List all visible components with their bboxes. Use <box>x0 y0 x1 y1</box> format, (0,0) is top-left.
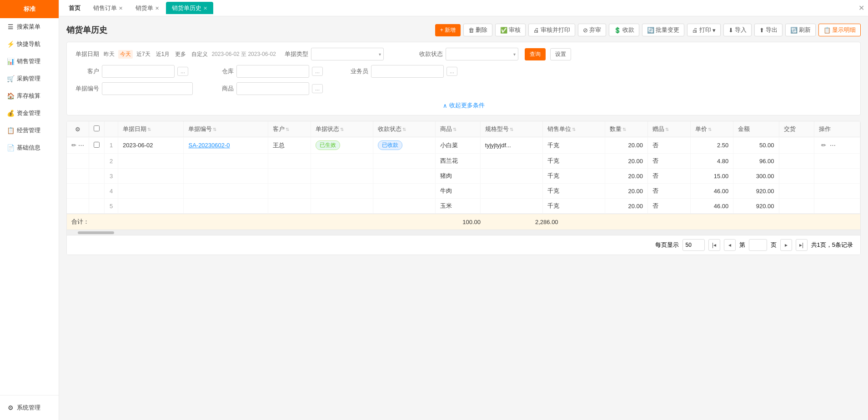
cell-checkbox[interactable] <box>89 154 105 169</box>
th-settings[interactable]: ⚙ <box>67 121 89 137</box>
cell-settings[interactable] <box>67 199 89 214</box>
shortcut-yesterday[interactable]: 昨天 <box>102 50 116 59</box>
th-unit[interactable]: 销售单位⇅ <box>542 121 605 137</box>
cell-checkbox[interactable] <box>89 169 105 184</box>
cell-checkbox[interactable] <box>89 199 105 214</box>
th-doc-status[interactable]: 单据状态⇅ <box>311 121 373 137</box>
per-page-select[interactable]: 50 100 200 <box>682 239 705 251</box>
select-all-checkbox[interactable] <box>94 125 100 131</box>
collapse-button[interactable]: ∧ 收起更多条件 <box>74 100 853 110</box>
delete-button[interactable]: 🗑 删除 <box>463 24 492 36</box>
settings-button[interactable]: 设置 <box>550 48 571 60</box>
cell-collect-status: 已收款 <box>373 137 435 154</box>
refresh-button[interactable]: 🔃 刷新 <box>785 24 816 36</box>
review-print-button[interactable]: 🖨 审核并打印 <box>528 24 575 36</box>
sidebar-item-ops-mgmt[interactable]: 📋 经营管理 <box>0 122 59 139</box>
cell-action[interactable]: ✏⋯ <box>814 137 860 154</box>
warehouse-dots-btn[interactable]: ... <box>312 67 323 76</box>
tab-close-sales-order[interactable]: ✕ <box>119 5 123 11</box>
page-next-btn[interactable]: ▸ <box>780 239 792 251</box>
review-button[interactable]: ✅ 审核 <box>495 24 526 36</box>
row-edit-icon[interactable]: ✏ <box>71 142 76 149</box>
goods-input[interactable] <box>236 82 309 95</box>
cell-doc-no[interactable] <box>184 199 268 214</box>
th-collect-status[interactable]: 收款状态⇅ <box>373 121 435 137</box>
page-first-btn[interactable]: |◂ <box>708 239 720 251</box>
cell-action[interactable] <box>814 199 860 214</box>
goods-dots-btn[interactable]: ... <box>312 84 323 93</box>
sys-icon: ⚙ <box>7 404 14 411</box>
cell-action[interactable] <box>814 169 860 184</box>
tab-sales-history[interactable]: 销货单历史 ✕ <box>166 2 213 14</box>
tab-close-sales-delivery[interactable]: ✕ <box>155 5 159 11</box>
cell-action[interactable] <box>814 184 860 199</box>
row-checkbox[interactable] <box>94 142 100 148</box>
cell-settings[interactable] <box>67 184 89 199</box>
page-last-btn[interactable]: ▸| <box>796 239 808 251</box>
sidebar-item-basic-info[interactable]: 📄 基础信息 <box>0 139 59 156</box>
tab-sales-order[interactable]: 销售订单 ✕ <box>87 2 129 14</box>
abandon-button[interactable]: ⊘ 弃审 <box>578 24 606 36</box>
cell-checkbox[interactable] <box>89 184 105 199</box>
shortcut-custom[interactable]: 自定义 <box>190 50 210 59</box>
cell-doc-no[interactable] <box>184 154 268 169</box>
cell-checkbox[interactable] <box>89 137 105 154</box>
sidebar-item-fund-mgmt[interactable]: 💰 资金管理 <box>0 105 59 122</box>
customer-input[interactable] <box>102 65 175 78</box>
collect-status-select[interactable] <box>446 48 518 60</box>
tab-sales-delivery[interactable]: 销货单 ✕ <box>130 2 165 14</box>
customer-dots-btn[interactable]: ... <box>177 67 188 76</box>
cell-settings[interactable] <box>67 169 89 184</box>
page-prev-btn[interactable]: ◂ <box>724 239 736 251</box>
sidebar-item-quick-nav[interactable]: ⚡ 快捷导航 <box>0 35 59 53</box>
th-gift[interactable]: 赠品⇅ <box>648 121 691 137</box>
tab-home[interactable]: 首页 <box>63 2 86 14</box>
sidebar-item-sales-mgmt[interactable]: 📊 销售管理 <box>0 53 59 70</box>
export-button[interactable]: ⬆ 导出 <box>754 24 783 36</box>
cell-settings[interactable]: ✏⋯ <box>67 137 89 154</box>
sidebar-item-search-menu[interactable]: ☰ 搜索菜单 <box>0 18 59 35</box>
th-goods[interactable]: 商品⇅ <box>435 121 480 137</box>
doc-type-select[interactable] <box>311 48 384 60</box>
shortcut-7days[interactable]: 近7天 <box>135 50 152 59</box>
sidebar-item-inventory-calc[interactable]: 🏠 库存核算 <box>0 87 59 105</box>
th-qty[interactable]: 数量⇅ <box>605 121 647 137</box>
tabs-close-all[interactable]: ✕ <box>858 4 864 12</box>
sidebar-item-purchase-mgmt[interactable]: 🛒 采购管理 <box>0 70 59 87</box>
page-number-input[interactable]: 1 <box>749 239 767 251</box>
shortcut-today[interactable]: 今天 <box>118 50 133 59</box>
shortcut-1month[interactable]: 近1月 <box>154 50 172 59</box>
show-detail-button[interactable]: 📋 显示明细 <box>818 24 861 36</box>
sidebar-item-sys-mgmt[interactable]: ⚙ 系统管理 <box>0 399 59 416</box>
cell-doc-no[interactable]: SA-20230602-0 <box>184 137 268 154</box>
import-button[interactable]: ⬇ 导入 <box>723 24 752 36</box>
shortcut-more[interactable]: 更多 <box>173 50 188 59</box>
action-edit-icon[interactable]: ✏ <box>819 141 828 150</box>
collect-button[interactable]: 💲 收款 <box>609 24 639 36</box>
row-more-icon[interactable]: ⋯ <box>78 142 84 149</box>
new-button[interactable]: + 新增 <box>435 24 461 36</box>
tab-close-sales-history[interactable]: ✕ <box>203 5 207 11</box>
doc-no-link[interactable]: SA-20230602-0 <box>188 142 230 149</box>
warehouse-input[interactable] <box>236 65 309 78</box>
batch-change-button[interactable]: 🔄 批量变更 <box>642 24 684 36</box>
scrollbar-thumb[interactable] <box>78 231 114 234</box>
th-checkbox[interactable] <box>89 121 105 137</box>
collect-status-select-wrapper: ▾ <box>446 48 518 60</box>
salesperson-input[interactable] <box>371 65 444 78</box>
cell-doc-no[interactable] <box>184 184 268 199</box>
th-customer[interactable]: 客户⇅ <box>268 121 311 137</box>
cell-settings[interactable] <box>67 154 89 169</box>
print-button[interactable]: 🖨 打印 ▾ <box>687 24 721 36</box>
salesperson-dots-btn[interactable]: ... <box>447 67 457 76</box>
action-more-icon[interactable]: ⋯ <box>828 141 837 150</box>
th-doc-no[interactable]: 单据编号⇅ <box>184 121 268 137</box>
query-button[interactable]: 查询 <box>525 48 546 60</box>
cell-doc-no[interactable] <box>184 169 268 184</box>
scrollbar-area[interactable] <box>67 230 860 235</box>
th-date[interactable]: 单据日期⇅ <box>118 121 184 137</box>
cell-action[interactable] <box>814 154 860 169</box>
th-unit-price[interactable]: 单价⇅ <box>691 121 733 137</box>
th-spec[interactable]: 规格型号⇅ <box>480 121 542 137</box>
doc-no-input[interactable] <box>102 82 193 95</box>
